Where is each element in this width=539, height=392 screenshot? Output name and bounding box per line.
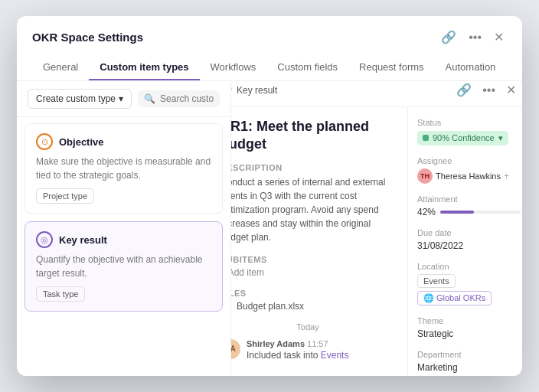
keyresult-card-header: ◎ Key result bbox=[36, 231, 211, 248]
comment-meta: Shirley Adams 11:57 bbox=[247, 339, 395, 348]
status-label: Status bbox=[417, 118, 521, 127]
objective-card-header: ⊙ Objective bbox=[36, 133, 211, 150]
create-label: Create custom type bbox=[36, 93, 116, 104]
keyresult-title: Key result bbox=[59, 234, 107, 246]
key-icon: 🔑 bbox=[231, 84, 232, 96]
description-label: Description bbox=[231, 163, 395, 172]
add-item-label: + Add item bbox=[231, 267, 264, 278]
main-window: OKR Space Settings 🔗 ••• ✕ General Custo… bbox=[17, 16, 522, 376]
due-date-value: 31/08/2022 bbox=[417, 240, 521, 251]
comment-content: Shirley Adams 11:57 Included task into E… bbox=[247, 339, 395, 361]
file-name: Budget plan.xlsx bbox=[237, 301, 304, 312]
attainment-fill bbox=[440, 211, 474, 214]
tab-workflows[interactable]: Workflows bbox=[200, 55, 267, 80]
tab-custom-item-types[interactable]: Custom item types bbox=[89, 55, 199, 80]
left-panel: Create custom type ▾ 🔍 ⊙ Objective Make … bbox=[17, 81, 231, 376]
content-area: Create custom type ▾ 🔍 ⊙ Objective Make … bbox=[17, 81, 522, 376]
nav-tabs: General Custom item types Workflows Cust… bbox=[32, 55, 507, 80]
objective-desc: Make sure the objective is measurable an… bbox=[36, 155, 211, 182]
status-value: 90% Confidence bbox=[433, 133, 495, 142]
description-text: Conduct a series of internal and externa… bbox=[231, 175, 395, 244]
detail-sidebar: Status 90% Confidence ▾ Assignee TH bbox=[407, 107, 522, 376]
comment-initials: SA bbox=[231, 345, 236, 353]
assignee-row: TH Theresa Hawkins + bbox=[417, 168, 521, 184]
theme-value: Strategic bbox=[417, 328, 521, 339]
subitems-label: Subitems bbox=[231, 255, 395, 264]
tag-events[interactable]: Events bbox=[417, 274, 456, 288]
attainment-label: Attainment bbox=[417, 194, 521, 204]
link-icon-btn[interactable]: 🔗 bbox=[438, 28, 459, 46]
objective-title: Objective bbox=[59, 136, 104, 148]
detail-link-btn[interactable]: 🔗 bbox=[453, 81, 475, 99]
comment-row: SA Shirley Adams 11:57 Included task int… bbox=[231, 339, 395, 361]
status-chevron: ▾ bbox=[498, 133, 503, 143]
assignee-label: Assignee bbox=[417, 156, 521, 165]
detail-header: 🔑 Key result 🔗 ••• ✕ bbox=[231, 81, 522, 107]
detail-overlay: 🔑 Key result 🔗 ••• ✕ KR1: Meet the plann… bbox=[231, 81, 522, 376]
status-dot bbox=[423, 135, 429, 141]
item-list: ⊙ Objective Make sure the objective is m… bbox=[17, 117, 230, 376]
objective-badge: Project type bbox=[36, 188, 94, 204]
keyresult-icon: ◎ bbox=[36, 231, 53, 248]
objective-icon: ⊙ bbox=[36, 133, 53, 150]
attainment-row: 42% bbox=[417, 207, 521, 217]
files-label: Files bbox=[231, 289, 395, 298]
due-date-section: Due date 31/08/2022 bbox=[417, 228, 521, 251]
keyresult-card[interactable]: ◎ Key result Quantify the objective with… bbox=[24, 221, 223, 312]
files-row: 📎 Budget plan.xlsx bbox=[231, 301, 395, 312]
assignee-name: Theresa Hawkins bbox=[436, 172, 501, 181]
department-section: Department Marketing bbox=[417, 350, 521, 373]
files-section: Files 📎 Budget plan.xlsx bbox=[231, 289, 395, 312]
keyresult-badge: Task type bbox=[36, 286, 85, 302]
attainment-bar bbox=[440, 211, 521, 214]
due-date-label: Due date bbox=[417, 228, 521, 237]
tag-row: Events 🌐Global OKRs bbox=[417, 274, 521, 305]
tab-general[interactable]: General bbox=[32, 55, 89, 80]
today-label: Today bbox=[296, 322, 318, 332]
theme-section: Theme Strategic bbox=[417, 316, 521, 339]
globe-icon: 🌐 bbox=[423, 293, 434, 303]
description-section: Description Conduct a series of internal… bbox=[231, 163, 395, 244]
comment-text: Included task into Events bbox=[247, 350, 395, 361]
tab-request-forms[interactable]: Request forms bbox=[348, 55, 435, 80]
location-label: Location bbox=[417, 262, 521, 271]
comment-text-prefix: Included task into bbox=[247, 350, 318, 361]
add-assignee-btn[interactable]: + bbox=[504, 171, 509, 181]
detail-title: KR1: Meet the planned budget bbox=[231, 118, 395, 154]
tag-global-okrs[interactable]: 🌐Global OKRs bbox=[417, 291, 492, 305]
search-icon: 🔍 bbox=[144, 93, 155, 104]
close-btn[interactable]: ✕ bbox=[491, 28, 507, 46]
search-box: 🔍 bbox=[138, 90, 220, 107]
objective-card[interactable]: ⊙ Objective Make sure the objective is m… bbox=[24, 123, 223, 214]
window-header: OKR Space Settings 🔗 ••• ✕ General Custo… bbox=[17, 16, 522, 81]
comment-link[interactable]: Events bbox=[321, 350, 349, 361]
department-label: Department bbox=[417, 350, 521, 359]
attainment-value: 42% bbox=[417, 207, 436, 217]
comment-time: 11:57 bbox=[307, 339, 328, 348]
more-options-btn[interactable]: ••• bbox=[466, 29, 485, 46]
status-badge[interactable]: 90% Confidence ▾ bbox=[417, 131, 508, 145]
tab-automation[interactable]: Automation bbox=[435, 55, 507, 80]
status-section: Status 90% Confidence ▾ bbox=[417, 118, 521, 145]
detail-header-actions: 🔗 ••• ✕ bbox=[453, 81, 519, 99]
search-input[interactable] bbox=[160, 93, 214, 104]
department-value: Marketing bbox=[417, 362, 521, 373]
keyresult-desc: Quantify the objective with an achievabl… bbox=[36, 253, 211, 280]
add-item-btn[interactable]: + Add item bbox=[231, 267, 264, 278]
key-result-label: Key result bbox=[237, 85, 277, 96]
comment-avatar: SA bbox=[231, 339, 240, 359]
window-actions: 🔗 ••• ✕ bbox=[438, 28, 507, 46]
location-section: Location Events 🌐Global OKRs bbox=[417, 262, 521, 305]
comment-author: Shirley Adams bbox=[247, 339, 305, 348]
detail-more-btn[interactable]: ••• bbox=[479, 82, 498, 99]
detail-body: KR1: Meet the planned budget Description… bbox=[231, 107, 522, 376]
tab-custom-fields[interactable]: Custom fields bbox=[266, 55, 348, 80]
today-divider: Today bbox=[231, 322, 395, 332]
create-custom-type-btn[interactable]: Create custom type ▾ bbox=[28, 89, 132, 109]
detail-header-left: 🔑 Key result bbox=[231, 84, 277, 96]
file-icon: 📎 bbox=[231, 301, 232, 312]
detail-main: KR1: Meet the planned budget Description… bbox=[231, 107, 407, 376]
assignee-section: Assignee TH Theresa Hawkins + bbox=[417, 156, 521, 184]
detail-close-btn[interactable]: ✕ bbox=[503, 81, 519, 99]
chevron-down-icon: ▾ bbox=[119, 93, 123, 104]
